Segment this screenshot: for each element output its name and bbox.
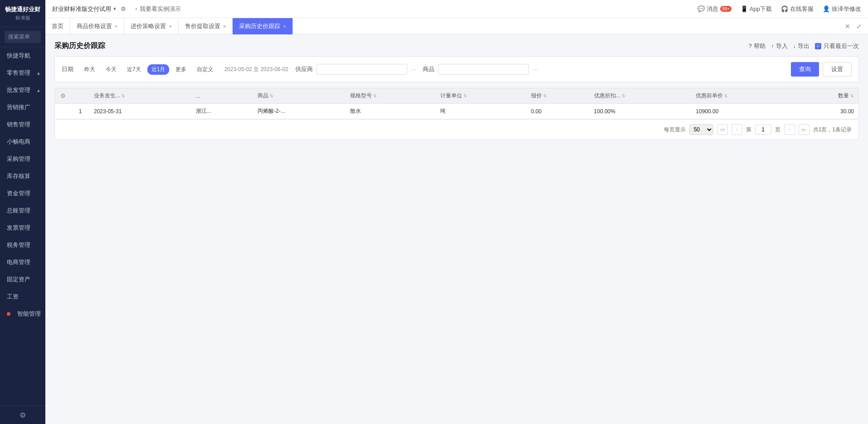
close-tab-purchase-strategy-icon[interactable]: × [169, 24, 171, 29]
th-settings[interactable]: ⚙ [55, 88, 71, 104]
cell-discount: 100.00% [590, 104, 692, 119]
th-unit[interactable]: 计量单位⇅ [436, 88, 526, 104]
sidebar-item-inventory[interactable]: 库存核算 [0, 168, 45, 185]
only-last-checkbox[interactable]: ✓ 只看最后一次 [815, 42, 859, 50]
sidebar-item-ledger[interactable]: 总账管理 [0, 202, 45, 219]
chevron-down-icon: ▾ [113, 6, 116, 12]
per-page-select[interactable]: 10 20 50 100 [689, 124, 713, 135]
tab-goods-price[interactable]: 商品价格设置 × [70, 18, 124, 34]
settings-button[interactable]: 设置 [823, 62, 852, 77]
date-btn-yesterday[interactable]: 昨天 [80, 64, 99, 75]
dot-indicator [7, 312, 10, 316]
sidebar-item-ecommerce-small[interactable]: 小畅电商 [0, 133, 45, 150]
th-goods[interactable]: 商品⇅ [253, 88, 346, 104]
tab-purchase-strategy[interactable]: 进价策略设置 × [124, 18, 178, 34]
date-btn-more[interactable]: 更多 [171, 64, 190, 75]
th-quantity[interactable]: 数量⇅ [795, 88, 858, 104]
import-button[interactable]: ↑ 导入 [771, 42, 788, 50]
sidebar-bottom: ⚙ [0, 406, 45, 424]
topbar-right: 💬 消息 99+ 📱 App下载 🎧 在线客服 👤 徐泽华修改 [697, 5, 861, 13]
supplier-label: 供应商 [295, 65, 313, 73]
sidebar-item-ecommerce[interactable]: 电商管理 [0, 254, 45, 271]
demo-label: 我要看实例演示 [140, 5, 181, 13]
tab-close-all-button[interactable]: ✕ [843, 21, 852, 32]
export-button[interactable]: ↓ 导出 [793, 42, 810, 50]
supplier-input[interactable] [317, 64, 407, 75]
sort-icon-goods: ⇅ [270, 94, 273, 98]
message-icon: 💬 [697, 5, 705, 12]
table-body: 1 2023-05-31 浙江... 丙烯酸-2-... 散水 吨 0.00 1… [55, 104, 858, 119]
sort-icon-quantity: ⇅ [850, 94, 854, 98]
th-discount[interactable]: 优惠折扣...⇅ [590, 88, 692, 104]
next-page-button[interactable]: › [784, 124, 795, 135]
main-area: 好业财标准版交付试用 ▾ ⚙ 我要看实例演示 💬 消息 99+ 📱 App下载 … [45, 0, 868, 424]
goods-filter-group: 商品 ··· [423, 64, 538, 75]
tab-selling-price[interactable]: 售价提取设置 × [179, 18, 233, 34]
only-last-label: 只看最后一次 [824, 42, 859, 50]
sidebar-item-assets[interactable]: 固定资产 [0, 271, 45, 288]
sidebar-item-label: 发票管理 [7, 224, 30, 232]
sidebar-quick-nav[interactable]: 快捷导航 [0, 47, 45, 64]
th-date[interactable]: 业务发生...⇅ [89, 88, 191, 104]
close-tab-goods-price-icon[interactable]: × [115, 24, 117, 29]
page-input[interactable] [755, 125, 771, 135]
user-button[interactable]: 👤 徐泽华修改 [823, 5, 861, 13]
cell-date: 2023-05-31 [89, 104, 191, 119]
th-spec[interactable]: 规格型号⇅ [346, 88, 436, 104]
tab-expand-button[interactable]: ⤢ [854, 21, 863, 32]
date-btn-custom[interactable]: 自定义 [193, 64, 217, 75]
th-more[interactable]: ... [191, 88, 253, 104]
settings-gear-icon[interactable]: ⚙ [121, 5, 126, 12]
tab-home[interactable]: 首页 [45, 18, 70, 34]
sidebar-item-finance[interactable]: 资金管理 [0, 185, 45, 202]
data-table: ⚙ 业务发生...⇅ ... 商品⇅ 规格型号⇅ [55, 88, 858, 119]
supplier-more-icon[interactable]: ··· [411, 66, 416, 73]
sidebar-item-marketing[interactable]: 营销推广 [0, 99, 45, 116]
close-tab-purchase-history-icon[interactable]: × [283, 24, 286, 29]
edition-selector[interactable]: 好业财标准版交付试用 ▾ [52, 5, 116, 13]
sidebar-item-sales[interactable]: 销售管理 [0, 116, 45, 133]
online-service-button[interactable]: 🎧 在线客服 [781, 5, 814, 13]
query-button[interactable]: 查询 [791, 62, 819, 77]
app-download-button[interactable]: 📱 App下载 [741, 5, 772, 13]
demo-link[interactable]: 我要看实例演示 [135, 5, 181, 13]
goods-more-icon[interactable]: ··· [532, 66, 538, 73]
app-name: 畅捷通好业财 [5, 5, 40, 14]
sidebar-item-label: 库存核算 [7, 172, 30, 180]
page-title: 采购历史价跟踪 [54, 41, 105, 51]
username-label: 徐泽华修改 [832, 5, 861, 13]
message-button[interactable]: 💬 消息 99+ [697, 5, 731, 13]
date-btn-1month[interactable]: 近1月 [147, 64, 170, 75]
tab-purchase-history[interactable]: 采购历史价跟踪 × [233, 18, 293, 34]
sidebar-item-wholesale[interactable]: 批发管理 ▲ [0, 82, 45, 99]
sidebar-item-retail[interactable]: 零售管理 ▲ [0, 64, 45, 82]
date-btn-today[interactable]: 今天 [102, 64, 121, 75]
export-icon: ↓ [793, 43, 796, 49]
sidebar-item-payroll[interactable]: 工资 [0, 288, 45, 305]
th-price[interactable]: 报价⇅ [527, 88, 590, 104]
tab-home-label: 首页 [52, 22, 63, 30]
help-button[interactable]: ? 帮助 [749, 42, 766, 50]
prev-page-button[interactable]: ‹ [731, 124, 742, 135]
sidebar-item-label: 税务管理 [7, 241, 30, 249]
sidebar-item-smart[interactable]: 智能管理 [0, 305, 45, 323]
date-label: 日期 [62, 65, 73, 73]
filter-action-buttons: 查询 设置 [791, 62, 852, 77]
sidebar-item-purchase[interactable]: 采购管理 [0, 150, 45, 168]
sidebar-search-area[interactable]: 搜索菜单 [0, 27, 45, 47]
search-menu-button[interactable]: 搜索菜单 [5, 31, 41, 43]
sort-icon-discount: ⇅ [622, 94, 625, 98]
sidebar-item-tax[interactable]: 税务管理 [0, 236, 45, 254]
first-page-button[interactable]: ⏮ [717, 124, 728, 135]
close-tab-selling-price-icon[interactable]: × [223, 24, 226, 29]
supplier-filter-group: 供应商 ··· [295, 64, 416, 75]
table-header-row: ⚙ 业务发生...⇅ ... 商品⇅ 规格型号⇅ [55, 88, 858, 104]
settings-icon[interactable]: ⚙ [20, 411, 26, 419]
last-page-button[interactable]: ⏭ [799, 124, 809, 135]
date-btn-7days[interactable]: 近7天 [123, 64, 145, 75]
sidebar-item-invoice[interactable]: 发票管理 [0, 219, 45, 236]
goods-input[interactable] [438, 64, 529, 75]
sort-icon: ⇅ [122, 94, 125, 98]
th-pre-price[interactable]: 优惠前单价⇅ [691, 88, 795, 104]
tabs-controls: ✕ ⤢ [843, 21, 868, 32]
